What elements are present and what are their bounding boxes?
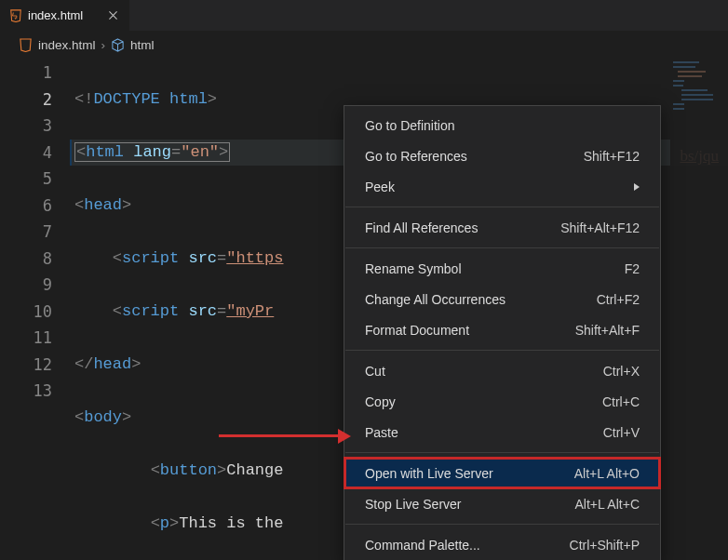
breadcrumb: index.html › html (0, 32, 728, 58)
annotation-arrow (219, 434, 340, 437)
chevron-right-icon: › (101, 38, 106, 52)
breadcrumb-symbol[interactable]: html (130, 38, 155, 52)
tab-index-html[interactable]: index.html (0, 0, 130, 31)
menu-rename-symbol[interactable]: Rename SymbolF2 (344, 253, 660, 284)
menu-separator (345, 452, 659, 453)
menu-change-all-occurrences[interactable]: Change All OccurrencesCtrl+F2 (344, 284, 660, 314)
minimap[interactable] (670, 58, 728, 560)
menu-separator (345, 207, 659, 207)
breadcrumb-file[interactable]: index.html (38, 38, 96, 52)
close-icon[interactable] (105, 8, 120, 23)
menu-cut[interactable]: CutCtrl+X (344, 355, 660, 386)
menu-go-to-references[interactable]: Go to ReferencesShift+F12 (344, 140, 660, 171)
menu-format-document[interactable]: Format DocumentShift+Alt+F (344, 314, 660, 345)
menu-go-to-definition[interactable]: Go to Definition (344, 110, 660, 140)
menu-separator (345, 350, 659, 351)
menu-copy[interactable]: CopyCtrl+C (344, 386, 660, 417)
html-file-icon (9, 9, 22, 22)
tab-label: index.html (28, 8, 83, 22)
menu-separator (345, 247, 659, 248)
menu-find-all-references[interactable]: Find All ReferencesShift+Alt+F12 (344, 212, 660, 243)
line-gutter: 12345678910111213 (0, 58, 74, 560)
menu-separator (345, 524, 659, 525)
menu-command-palette[interactable]: Command Palette...Ctrl+Shift+P (344, 529, 660, 560)
menu-paste[interactable]: PasteCtrl+V (344, 417, 660, 447)
symbol-module-icon (111, 38, 125, 52)
menu-peek[interactable]: Peek (344, 171, 660, 202)
context-menu: Go to Definition Go to ReferencesShift+F… (344, 105, 661, 560)
tab-bar: index.html (0, 0, 728, 32)
menu-stop-live-server[interactable]: Stop Live ServerAlt+L Alt+C (344, 488, 660, 519)
html-file-icon (19, 38, 33, 52)
menu-open-with-live-server[interactable]: Open with Live ServerAlt+L Alt+O (344, 458, 660, 488)
